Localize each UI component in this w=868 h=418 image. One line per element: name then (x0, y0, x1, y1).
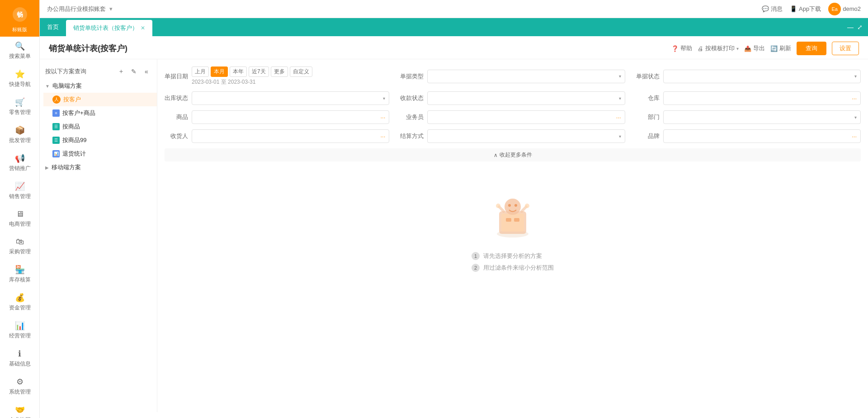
template-print-button[interactable]: 🖨 按模板打印 ▾ (698, 44, 739, 52)
tab-close-icon[interactable]: ✕ (141, 25, 145, 31)
sidebar-item-system[interactable]: ⚙ 系统管理 (0, 372, 39, 400)
sidebar-item-finance[interactable]: 💰 资金管理 (0, 288, 39, 316)
tree-item-label: 按客户 (63, 95, 81, 104)
logo-text: 标账版 (12, 26, 27, 33)
sidebar-item-retail[interactable]: 🛒 零售管理 (0, 93, 39, 121)
sidebar-item-label: 企业协同 (9, 416, 31, 418)
type-select[interactable]: ▾ (427, 70, 625, 83)
out-status-select[interactable]: ▾ (192, 91, 389, 105)
brand-dots: ··· (852, 133, 857, 140)
sidebar-item-operation[interactable]: 📊 经营管理 (0, 316, 39, 344)
sidebar-item-purchase[interactable]: 🛍 采购管理 (0, 233, 39, 260)
filter-salesperson: 业务员 ··· (400, 110, 625, 124)
date-btn-this-month[interactable]: 本月 (211, 66, 228, 77)
sidebar-item-label: 营销推广 (9, 165, 31, 172)
pay-status-select[interactable]: ▾ (427, 91, 625, 105)
tree-item-by-customer-goods[interactable]: ≡ 按客户+商品 (43, 106, 157, 120)
sidebar: 畅 标账版 🔍 搜索菜单 ⭐ 快捷导航 🛒 零售管理 📦 批发管理 📢 营销推广… (0, 0, 40, 418)
sidebar-item-label: 采购管理 (9, 248, 31, 256)
refresh-button[interactable]: 🔄 刷新 (770, 44, 791, 52)
tip-text-1: 请先选择要分析的方案 (483, 252, 542, 260)
tree-item-by-goods[interactable]: ☰ 按商品 (43, 120, 157, 133)
tree-desktop[interactable]: ▼ 电脑端方案 (40, 79, 157, 93)
pay-status-chevron: ▾ (619, 96, 621, 101)
date-btn-more[interactable]: 更多 (271, 66, 288, 77)
sidebar-item-label: 基础信息 (9, 360, 31, 368)
message-label: 消息 (771, 5, 783, 13)
sidebar-item-inventory[interactable]: 🏪 库存核算 (0, 260, 39, 288)
tab-home[interactable]: 首页 (40, 18, 66, 36)
template-print-label: 按模板打印 (705, 44, 735, 52)
left-panel: 按以下方案查询 ＋ ✎ « ▼ 电脑端方案 人 (40, 59, 157, 412)
date-btn-custom[interactable]: 自定义 (290, 66, 312, 77)
message-button[interactable]: 💬 消息 (762, 5, 783, 13)
sidebar-item-quicknav[interactable]: ⭐ 快捷导航 (0, 65, 39, 93)
sidebar-item-ecommerce[interactable]: 🖥 电商管理 (0, 205, 39, 233)
receiver-input[interactable]: ··· (192, 129, 389, 143)
empty-tip-2: 2 用过滤条件来缩小分析范围 (472, 264, 554, 272)
sidebar-item-label: 系统管理 (9, 388, 31, 396)
add-scheme-button[interactable]: ＋ (116, 66, 126, 76)
warehouse-label: 仓库 (636, 94, 660, 102)
filter-settlement: 结算方式 ▾ (400, 129, 625, 143)
sidebar-logo[interactable]: 畅 标账版 (0, 0, 39, 37)
sidebar-item-basic[interactable]: ℹ 基础信息 (0, 344, 39, 372)
collapse-button[interactable]: ∧ 收起更多条件 (165, 148, 861, 162)
collapse-panel-button[interactable]: « (142, 66, 151, 76)
date-btn-last-month[interactable]: 上月 (192, 66, 209, 77)
receiver-label: 收货人 (165, 132, 188, 140)
home-tab-label: 首页 (47, 23, 59, 31)
app-download-button[interactable]: 📱 App下载 (790, 5, 821, 13)
user-menu[interactable]: Ea demo2 (828, 3, 861, 15)
app-title: 办公用品行业模拟账套 (47, 5, 106, 13)
query-button[interactable]: 查询 (797, 42, 826, 55)
date-btn-this-year[interactable]: 本年 (230, 66, 247, 77)
help-icon: ❓ (671, 45, 679, 52)
sidebar-item-wholesale[interactable]: 📦 批发管理 (0, 121, 39, 149)
date-btn-7days[interactable]: 近7天 (249, 66, 269, 77)
sidebar-item-enterprise[interactable]: 🤝 企业协同 (0, 400, 39, 418)
warehouse-input[interactable]: ··· (663, 91, 861, 105)
page-title: 销货单统计表(按客户) (49, 43, 127, 54)
goods-input[interactable]: ··· (192, 110, 389, 124)
tree-item-return-stat[interactable]: 📊 退货统计 (43, 147, 157, 161)
customer-goods-scheme-icon: ≡ (52, 109, 60, 117)
system-icon: ⚙ (16, 377, 24, 387)
salesperson-input[interactable]: ··· (427, 110, 625, 124)
tab-maximize-icon[interactable]: ⤢ (857, 24, 863, 31)
filter-out-status: 出库状态 ▾ (165, 91, 389, 105)
tree-item-label: 按商品99 (62, 136, 86, 144)
tree-item-by-customer[interactable]: 人 按客户 (43, 93, 157, 106)
dept-select[interactable]: ▾ (663, 110, 861, 124)
goods-dots: ··· (380, 114, 385, 121)
tab-sales-stat[interactable]: 销货单统计表（按客户） ✕ (66, 20, 152, 36)
sidebar-item-marketing[interactable]: 📢 营销推广 (0, 149, 39, 177)
tree-item-label: 退货统计 (62, 150, 86, 158)
sidebar-item-label: 库存核算 (9, 276, 31, 284)
export-button[interactable]: 📤 导出 (744, 44, 765, 52)
edit-scheme-button[interactable]: ✎ (129, 66, 139, 76)
settlement-select[interactable]: ▾ (427, 129, 625, 143)
message-icon: 💬 (762, 5, 769, 12)
status-select[interactable]: ▾ (663, 70, 861, 83)
out-status-chevron: ▾ (383, 96, 385, 101)
tab-minimize-icon[interactable]: — (847, 24, 854, 31)
type-label: 单据类型 (400, 72, 424, 81)
sidebar-item-sales[interactable]: 📈 销售管理 (0, 177, 39, 205)
brand-input[interactable]: ··· (663, 129, 861, 143)
empty-tip-1: 1 请先选择要分析的方案 (472, 252, 554, 260)
tab-bar: 首页 销货单统计表（按客户） ✕ — ⤢ (40, 18, 868, 36)
tree-desktop-label: 电脑端方案 (52, 82, 82, 90)
dropdown-arrow-icon[interactable]: ▾ (109, 5, 113, 12)
marketing-icon: 📢 (15, 153, 25, 163)
wholesale-icon: 📦 (15, 125, 25, 135)
tree-expand-icon: ▼ (45, 84, 50, 89)
help-button[interactable]: ❓ 帮助 (671, 44, 692, 52)
main-area: 办公用品行业模拟账套 ▾ 💬 消息 📱 App下载 Ea demo2 首页 (40, 0, 868, 418)
refresh-label: 刷新 (779, 44, 791, 52)
settings-button[interactable]: 设置 (832, 42, 859, 55)
tree-item-by-goods-99[interactable]: ☰ 按商品99 (43, 133, 157, 147)
filter-type: 单据类型 ▾ (400, 70, 625, 83)
tree-mobile[interactable]: ▶ 移动端方案 (40, 161, 157, 174)
sidebar-item-search[interactable]: 🔍 搜索菜单 (0, 37, 39, 65)
